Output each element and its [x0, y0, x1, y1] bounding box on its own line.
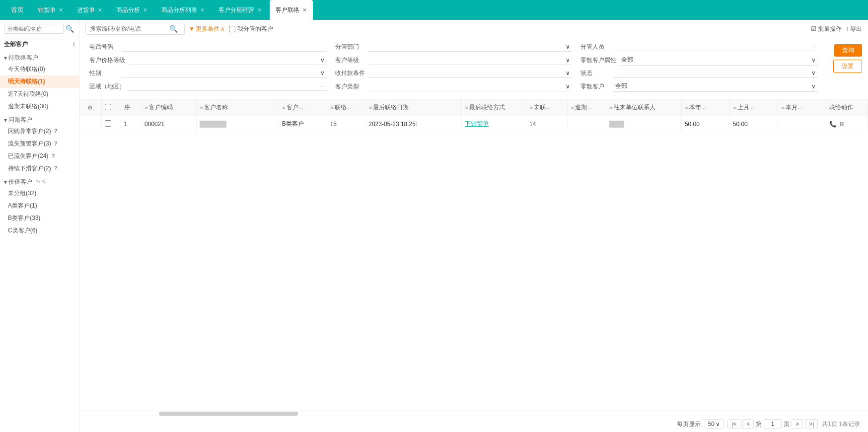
cell-uncontacted: 14: [526, 116, 568, 132]
dept-select[interactable]: ∨: [368, 42, 573, 52]
nav-product-analysis[interactable]: 商品分析 ✕: [110, 0, 153, 20]
cell-action[interactable]: 📞 ⊞: [826, 116, 868, 132]
prev-page-button[interactable]: <: [742, 419, 754, 429]
sidebar-item-today-contact[interactable]: 今天待联络(0): [0, 63, 79, 75]
search-wrap: 🔍: [85, 23, 185, 35]
last-page-button[interactable]: >|: [805, 419, 818, 429]
page-suffix: 页: [784, 420, 790, 429]
filter-cust-type: 客户类型 ∨: [331, 82, 577, 91]
chevron-down-icon: ∨: [566, 83, 570, 90]
nav-home[interactable]: 首页: [5, 0, 30, 20]
my-customers-wrap: 我分管的客户: [229, 25, 273, 33]
per-page-select[interactable]: 50 ∨: [705, 419, 723, 429]
retail-attr-select[interactable]: 全部 ∨: [619, 55, 818, 66]
phone-icon[interactable]: 📞: [829, 121, 837, 128]
nav-customer-segment[interactable]: 客户分层经营 ✕: [213, 0, 268, 20]
cell-code: 000021: [142, 116, 197, 132]
sidebar-item-churn-warning[interactable]: 流失预警客户(3) ？: [0, 138, 79, 150]
close-icon[interactable]: ✕: [98, 7, 102, 13]
phone-input[interactable]: [122, 42, 327, 52]
col-category[interactable]: ≡客户...: [279, 99, 327, 116]
gender-label: 性别: [89, 69, 119, 77]
sidebar-search-icon[interactable]: 🔍: [66, 25, 74, 33]
sidebar-item-tomorrow-contact[interactable]: 明天待联络(1): [0, 75, 79, 88]
col-last-date[interactable]: ≡最后联络日期: [365, 99, 462, 116]
price-level-label: 客户价格等级: [89, 56, 125, 65]
status-select[interactable]: ∨: [613, 69, 818, 78]
col-overdue[interactable]: ≡逾期...: [568, 99, 606, 116]
first-page-button[interactable]: |<: [727, 419, 740, 429]
payment-select[interactable]: ∨: [368, 69, 573, 78]
all-customers-header[interactable]: 全部客户 《: [0, 36, 79, 51]
sort-icon: ≡: [145, 104, 148, 111]
col-this-year[interactable]: ≡本年...: [681, 99, 729, 116]
col-last-month[interactable]: ≡上月...: [729, 99, 778, 116]
cell-unit-contact: [606, 116, 681, 132]
nav-sales-order[interactable]: 销货单 ✕: [32, 0, 69, 20]
sidebar-item-declining[interactable]: 持续下滑客户(2) ？: [0, 162, 79, 175]
col-last-method[interactable]: ≡最后联络方式: [461, 99, 526, 116]
col-unit-contact[interactable]: ≡往来单位联系人: [606, 99, 681, 116]
select-all-checkbox[interactable]: [105, 104, 111, 110]
cell-last-method[interactable]: 下销货单: [461, 116, 526, 132]
chevron-down-icon: ∨: [811, 83, 816, 90]
sidebar-item-a-class[interactable]: A类客户(1): [0, 200, 79, 212]
sidebar-search-input[interactable]: [4, 24, 64, 34]
filter-cust-level: 客户等级 ∨: [331, 56, 577, 65]
sidebar-item-ungrouped[interactable]: 未分组(32): [0, 187, 79, 200]
nav-purchase-order[interactable]: 进货单 ✕: [71, 0, 108, 20]
close-icon[interactable]: ✕: [302, 7, 307, 13]
more-filter-button[interactable]: ▼ 更多条件 ∧: [189, 25, 225, 33]
col-this-month[interactable]: ≡本月...: [778, 99, 826, 116]
sidebar-item-abnormal-repurchase[interactable]: 回购异常客户(2) ？: [0, 125, 79, 138]
next-page-button[interactable]: >: [792, 419, 803, 429]
chevron-down-icon: ∨: [716, 421, 720, 428]
cust-level-select[interactable]: ∨: [368, 56, 573, 65]
export-button[interactable]: ↑ 导出: [846, 25, 862, 33]
price-level-select[interactable]: ∨: [128, 56, 327, 65]
filter-payment: 收付款条件 ∨: [331, 69, 577, 78]
page-input[interactable]: [764, 419, 782, 429]
sidebar-search-wrap: 🔍: [0, 20, 79, 36]
sidebar-item-churned[interactable]: 已流失客户(24) ？: [0, 150, 79, 162]
cust-type-select[interactable]: ∨: [368, 82, 573, 91]
more-btn[interactable]: ···: [320, 83, 325, 89]
region-select[interactable]: ···: [128, 82, 327, 91]
col-settings[interactable]: ⚙: [79, 99, 101, 116]
gender-select[interactable]: ∨: [122, 69, 327, 78]
person-select[interactable]: ···: [613, 43, 818, 51]
page-label: 第: [756, 420, 762, 429]
cell-checkbox[interactable]: [101, 116, 121, 132]
sidebar-item-week-contact[interactable]: 近7天待联络(0): [0, 88, 79, 100]
nav-customer-contact[interactable]: 客户联络 ✕: [270, 0, 313, 20]
close-icon[interactable]: ✕: [257, 7, 262, 13]
col-code[interactable]: ≡客户编码: [142, 99, 197, 116]
phone-label: 电话号码: [89, 43, 119, 51]
retail-cust-select[interactable]: 全部 ∨: [613, 81, 818, 92]
close-icon[interactable]: ✕: [200, 7, 205, 13]
sidebar-item-c-class[interactable]: C类客户(6): [0, 224, 79, 237]
batch-operation-button[interactable]: ☑ 批量操作: [811, 25, 842, 33]
close-icon[interactable]: ✕: [59, 7, 63, 13]
value-customer-icons[interactable]: ↻ ✎: [36, 179, 46, 185]
nav-product-analysis-list[interactable]: 商品分析列表 ✕: [155, 0, 211, 20]
col-name[interactable]: ≡客户名称: [196, 99, 279, 116]
row-checkbox[interactable]: [105, 120, 111, 127]
group-problem-customers: ▾ 问题客户: [0, 113, 79, 125]
collapse-icon[interactable]: 《: [70, 41, 75, 48]
cust-type-label: 客户类型: [335, 82, 365, 91]
more-btn[interactable]: ···: [811, 44, 816, 50]
sidebar-item-overdue-contact[interactable]: 逾期未联络(30): [0, 100, 79, 113]
sidebar-item-b-class[interactable]: B类客户(33): [0, 212, 79, 224]
query-button[interactable]: 查询: [834, 44, 862, 57]
col-contacts[interactable]: ≡联络...: [327, 99, 365, 116]
col-uncontacted[interactable]: ≡未联...: [526, 99, 568, 116]
search-input[interactable]: [90, 25, 169, 32]
close-icon[interactable]: ✕: [143, 7, 147, 13]
setting-button[interactable]: 设置: [833, 60, 862, 73]
total-label: 共1页 1条记录: [822, 420, 860, 429]
col-checkbox[interactable]: [101, 99, 121, 116]
grid-icon[interactable]: ⊞: [840, 121, 845, 128]
search-icon[interactable]: 🔍: [169, 25, 178, 33]
my-customers-checkbox[interactable]: [229, 26, 235, 32]
